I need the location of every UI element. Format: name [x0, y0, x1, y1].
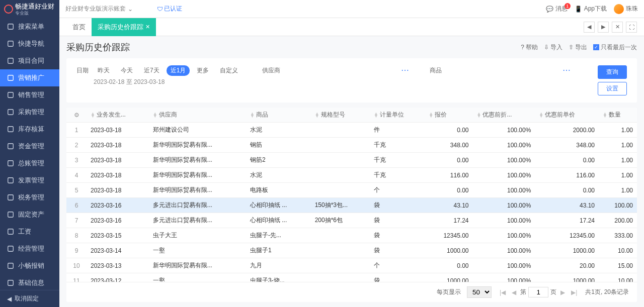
page-prev-button[interactable]: ◀ — [510, 289, 518, 296]
col-header-3[interactable]: ▲▼商品 — [246, 108, 311, 123]
col-header-7[interactable]: ▲▼优惠前折... — [473, 108, 535, 123]
sidebar-item-12[interactable]: 工资 — [0, 223, 59, 240]
sidebar-item-5[interactable]: 采购管理 — [0, 104, 59, 121]
supplier-input[interactable] — [285, 65, 396, 77]
cell: 千克 — [370, 153, 425, 168]
sidebar-item-14[interactable]: 小畅报销 — [0, 257, 59, 274]
page-next-button[interactable]: ▶ — [558, 289, 567, 296]
only-last-toggle[interactable]: ✓ 只看最后一次 — [593, 43, 637, 52]
col-header-5[interactable]: ▲▼计量单位 — [370, 108, 425, 123]
messages-button[interactable]: 💬 消息 1 — [546, 5, 568, 13]
col-header-2[interactable]: ▲▼供应商 — [149, 108, 246, 123]
cell: 10 — [66, 258, 87, 273]
tab-close-icon[interactable]: ✕ — [145, 24, 150, 30]
avatar — [614, 4, 624, 14]
sidebar-item-3[interactable]: 营销推广 — [0, 69, 59, 86]
sidebar-item-label: 税务管理 — [18, 193, 44, 202]
date-chip-5[interactable]: 自定义 — [216, 65, 242, 76]
table-row[interactable]: 82023-03-15虫子大王虫腿子-先...袋12345.00100.00%1… — [66, 228, 637, 243]
sidebar-item-4[interactable]: 销售管理 — [0, 86, 59, 104]
sidebar-item-2[interactable]: 项目合同 — [0, 52, 59, 69]
app-download-button[interactable]: 📱 App下载 — [575, 5, 607, 13]
help-button[interactable]: ? 帮助 — [521, 43, 538, 52]
cell: 千克 — [370, 138, 425, 153]
settings-button[interactable]: 设置 — [598, 82, 627, 95]
cell: 100.00% — [473, 213, 535, 228]
cell: 5 — [66, 183, 87, 198]
cart-icon — [7, 109, 14, 116]
table-row[interactable]: 42023-03-18新华明国际贸易有限...水泥千克116.00100.00%… — [66, 168, 637, 183]
expense-icon — [7, 262, 14, 269]
page-header: 采购历史价跟踪 ? 帮助 ⇩ 导入 ⇧ 导出 ✓ — [66, 41, 637, 53]
col-header-0[interactable]: ⚙ — [66, 108, 87, 123]
query-button[interactable]: 查询 — [598, 65, 627, 79]
cell: 0.00 — [535, 153, 599, 168]
tab-home[interactable]: 首页 — [66, 18, 92, 36]
sidebar-item-9[interactable]: 发票管理 — [0, 172, 59, 189]
date-chip-3[interactable]: 近1月 — [167, 65, 190, 76]
table-row[interactable]: 52023-03-18新华明国际贸易有限...电路板个0.00100.00%0.… — [66, 183, 637, 198]
supplier-more-icon[interactable]: ⋯ — [401, 65, 410, 75]
org-name: 好业财专业版演示账套 — [65, 5, 126, 13]
sidebar-item-7[interactable]: 资金管理 — [0, 138, 59, 155]
page-first-button[interactable]: |◀ — [498, 289, 508, 296]
col-header-9[interactable]: ▲▼数量 — [599, 108, 637, 123]
sidebar-item-13[interactable]: 经营管理 — [0, 240, 59, 257]
table-row[interactable]: 102023-03-13新华明国际贸易有限...九月个0.00100.00%20… — [66, 258, 637, 273]
date-chip-1[interactable]: 今天 — [117, 65, 137, 76]
supplier-label: 供应商 — [262, 65, 280, 75]
date-chip-2[interactable]: 近7天 — [140, 65, 164, 76]
cell: 新华明国际贸易有限... — [149, 183, 246, 198]
sidebar-item-1[interactable]: 快捷导航 — [0, 35, 59, 52]
sidebar-item-11[interactable]: 固定资产 — [0, 206, 59, 223]
goods-input[interactable] — [447, 65, 557, 77]
date-chip-0[interactable]: 昨天 — [94, 65, 114, 76]
svg-rect-9 — [8, 178, 14, 183]
sidebar-item-6[interactable]: 库存核算 — [0, 121, 59, 138]
cell: 1000.00 — [535, 273, 599, 282]
cell: 116.00 — [535, 168, 599, 183]
import-button[interactable]: ⇩ 导入 — [544, 43, 562, 52]
page-last-button[interactable]: ▶| — [569, 289, 579, 296]
goods-more-icon[interactable]: ⋯ — [562, 65, 571, 75]
svg-rect-10 — [8, 195, 14, 200]
table-row[interactable]: 22023-03-18新华明国际贸易有限...钢筋千克348.00100.00%… — [66, 138, 637, 153]
sort-icon: ▲▼ — [429, 113, 433, 118]
sidebar-item-15[interactable]: 基础信息 — [0, 274, 59, 290]
tab-prev-button[interactable]: ◀ — [584, 22, 595, 33]
cell: 2023-03-12 — [87, 273, 149, 282]
col-header-4[interactable]: ▲▼规格型号 — [311, 108, 370, 123]
tab-close-all-button[interactable]: ✕ — [612, 22, 623, 33]
org-selector[interactable]: 好业财专业版演示账套 ⌄ — [65, 5, 151, 13]
per-page-select[interactable]: 50 — [467, 286, 492, 298]
table-row[interactable]: 92023-03-14一壑虫腿子1袋1000.00100.00%1000.001… — [66, 243, 637, 258]
table-body: 12023-03-18郑州建设公司水泥件0.00100.00%2000.001.… — [66, 123, 637, 282]
user-menu[interactable]: 珠珠 — [614, 4, 638, 14]
col-header-1[interactable]: ▲▼业务发生... — [87, 108, 149, 123]
table-row[interactable]: 62023-03-16多元进出口贸易有限...心相印抽纸 ...150抽*3包.… — [66, 198, 637, 213]
col-header-8[interactable]: ▲▼优惠前单价 — [535, 108, 599, 123]
doc-icon — [7, 57, 14, 64]
table-row[interactable]: 12023-03-18郑州建设公司水泥件0.00100.00%2000.001.… — [66, 123, 637, 138]
page-input[interactable] — [528, 287, 548, 297]
export-button[interactable]: ⇧ 导出 — [569, 43, 587, 52]
sidebar-pin-toggle[interactable]: ◀ 取消固定 — [0, 290, 59, 307]
sidebar-item-0[interactable]: 搜索菜单 — [0, 18, 59, 35]
help-label: 帮助 — [526, 43, 538, 52]
sidebar-item-8[interactable]: 总账管理 — [0, 155, 59, 172]
cell: 333.00 — [599, 228, 637, 243]
cell: 新华明国际贸易有限... — [149, 258, 246, 273]
sidebar-item-10[interactable]: 税务管理 — [0, 189, 59, 206]
date-chip-4[interactable]: 更多 — [193, 65, 213, 76]
gear-icon[interactable]: ⚙ — [74, 112, 79, 119]
table-row[interactable]: 32023-03-18新华明国际贸易有限...钢筋2千克0.00100.00%0… — [66, 153, 637, 168]
cell: 3 — [66, 153, 87, 168]
col-header-6[interactable]: ▲▼报价 — [425, 108, 472, 123]
table-row[interactable]: 112023-03-12一壑虫腿子3-烧...袋1000.00100.00%10… — [66, 273, 637, 282]
cell: 钢筋 — [246, 138, 311, 153]
table-row[interactable]: 72023-03-16多元进出口贸易有限...心相印抽纸 ...200抽*6包袋… — [66, 213, 637, 228]
tab-next-button[interactable]: ▶ — [598, 22, 609, 33]
fullscreen-button[interactable]: ⛶ — [626, 22, 637, 33]
tab-current[interactable]: 采购历史价跟踪 ✕ — [92, 18, 156, 36]
checkbox-checked-icon: ✓ — [593, 44, 599, 50]
